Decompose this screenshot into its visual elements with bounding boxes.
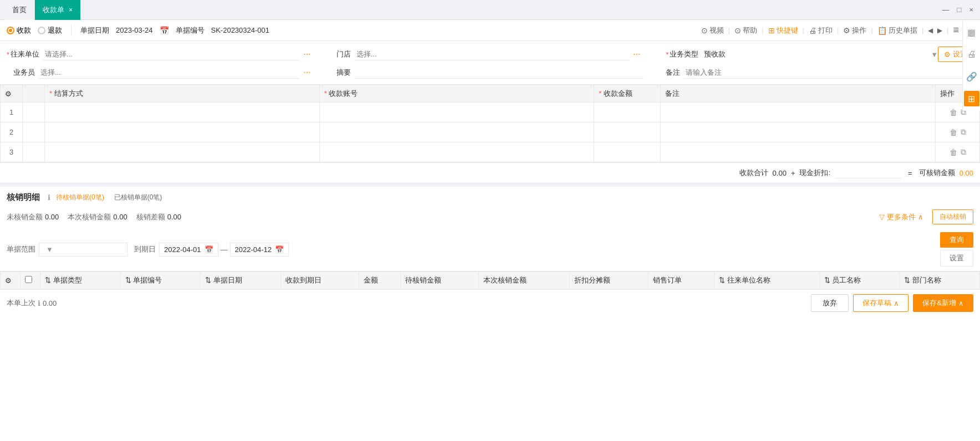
counterparty-input[interactable] — [43, 48, 300, 60]
note-input-3[interactable] — [661, 142, 935, 162]
row-2-settle[interactable] — [45, 122, 320, 142]
lth-settings[interactable]: ⚙ — [1, 272, 21, 289]
note-input-1[interactable] — [661, 102, 935, 122]
tab-receipt[interactable]: 收款单 × — [35, 0, 80, 20]
row-2-account[interactable] — [319, 122, 594, 142]
row-1-amount[interactable] — [594, 102, 661, 122]
list-view-btn[interactable]: ≡ — [953, 24, 959, 36]
plus-sign: + — [791, 169, 795, 177]
verified-tab[interactable]: 已核销单据(0笔) — [114, 193, 162, 202]
amount-input-1[interactable] — [594, 102, 660, 122]
row-1-note[interactable] — [661, 102, 936, 122]
note-input[interactable] — [683, 66, 973, 79]
auto-verify-btn[interactable]: 自动核销 — [932, 209, 973, 224]
biz-type-chevron[interactable]: ▼ — [931, 50, 938, 59]
store-input[interactable] — [354, 48, 630, 60]
date-from-input[interactable]: 2022-04-01 📅 — [159, 243, 218, 257]
maximize-btn[interactable]: □ — [955, 6, 964, 14]
cal-to-icon[interactable]: 📅 — [275, 245, 284, 254]
unverified-value: 0.00 — [45, 213, 59, 221]
minimize-btn[interactable]: — — [940, 6, 952, 14]
date-range: 2022-04-01 📅 — 2022-04-12 📅 — [159, 243, 289, 257]
settle-input-2[interactable] — [45, 122, 319, 142]
lth-discount: 折扣分摊额 — [570, 272, 649, 289]
range-select[interactable]: ▼ — [39, 243, 127, 257]
summary-row: 收款合计 0.00 + 现金折扣: = 可核销金额 0.00 — [0, 163, 980, 183]
print-action[interactable]: 🖨 打印 — [809, 25, 833, 35]
save-draft-btn[interactable]: 保存草稿 ∧ — [853, 294, 908, 312]
row-3-amount[interactable] — [594, 142, 661, 162]
row-2-amount[interactable] — [594, 122, 661, 142]
sidebar-icon-table[interactable]: ▦ — [964, 24, 979, 40]
row-3-settle[interactable] — [45, 142, 320, 162]
delete-row-1-btn[interactable]: 🗑 — [950, 108, 957, 117]
nav-left-btn[interactable]: ◀ — [928, 27, 933, 34]
amount-input-3[interactable] — [594, 142, 660, 162]
store-more-icon[interactable]: ··· — [630, 49, 644, 59]
copy-row-2-btn[interactable]: ⧉ — [961, 127, 966, 137]
counterparty-required: * — [7, 50, 9, 59]
lth-due-date: 收款到期日 — [280, 272, 359, 289]
save-new-btn[interactable]: 保存&新增 ∧ — [913, 294, 973, 312]
query-btn[interactable]: 查询 — [940, 232, 973, 248]
calendar-icon[interactable]: 📅 — [160, 26, 169, 35]
sidebar-icon-print[interactable]: 🖨 — [964, 47, 979, 62]
delete-row-3-btn[interactable]: 🗑 — [950, 148, 957, 157]
filter-setting-btn[interactable]: 设置 — [940, 250, 973, 266]
account-input-3[interactable] — [320, 142, 594, 162]
radio-refund[interactable]: 退款 — [38, 25, 62, 35]
staff-more-icon[interactable]: ··· — [300, 68, 314, 78]
date-to-input[interactable]: 2022-04-12 📅 — [230, 243, 289, 257]
nav-right-btn[interactable]: ▶ — [937, 27, 942, 34]
th-settings[interactable]: ⚙ — [1, 85, 23, 102]
print-icon: 🖨 — [809, 26, 816, 35]
lower-table: ⚙ ⇅ 单据类型 ⇅ 单据编号 ⇅ 单据日期 收款到期日 金额 待核销金额 本次… — [0, 271, 980, 289]
discount-label: 现金折扣: — [799, 168, 830, 178]
cal-from-icon[interactable]: 📅 — [205, 245, 213, 254]
filter-row: 单据范围 ▼ 到期日 2022-04-01 📅 — 2022-04-12 � — [0, 228, 980, 271]
video-label: 视频 — [710, 25, 724, 35]
more-conditions-btn[interactable]: ▽ 更多条件 ∧ — [879, 212, 923, 222]
settle-input-3[interactable] — [45, 142, 319, 162]
row-1-settle[interactable] — [45, 102, 320, 122]
radio-receipt[interactable]: 收款 — [7, 25, 31, 35]
shortcut-icon: ⊞ — [768, 26, 775, 35]
info-icon[interactable]: ℹ — [48, 193, 50, 202]
history-action[interactable]: 📋 历史单据 — [877, 25, 917, 35]
delete-row-2-btn[interactable]: 🗑 — [950, 128, 957, 137]
settle-input-1[interactable] — [45, 102, 319, 122]
lth-checkbox[interactable] — [21, 272, 40, 289]
discount-input[interactable] — [835, 167, 901, 178]
account-input-1[interactable] — [320, 102, 594, 122]
counterparty-more-icon[interactable]: ··· — [300, 49, 314, 59]
row-2-note[interactable] — [661, 122, 936, 142]
row-3-note[interactable] — [661, 142, 936, 162]
bottom-info-icon[interactable]: ℹ — [38, 299, 40, 307]
staff-input[interactable] — [38, 66, 300, 79]
shortcut-action[interactable]: ⊞ 快捷键 — [768, 25, 798, 35]
row-3-account[interactable] — [319, 142, 594, 162]
copy-row-3-btn[interactable]: ⧉ — [961, 147, 966, 157]
account-input-2[interactable] — [320, 122, 594, 142]
ops-action[interactable]: ⚙ 操作 — [843, 25, 866, 35]
pending-tab[interactable]: 待核销单据(0笔) — [56, 193, 104, 202]
summary-input[interactable] — [354, 66, 644, 79]
th-account-no: * 收款账号 — [319, 85, 594, 102]
date-filter: 到期日 2022-04-01 📅 — 2022-04-12 📅 — [134, 243, 289, 257]
video-action[interactable]: ⊙ 视频 — [701, 25, 724, 35]
help-action[interactable]: ⊙ 帮助 — [734, 25, 757, 35]
window-close-btn[interactable]: × — [967, 6, 976, 14]
sidebar-icon-expand[interactable]: ⊞ — [964, 91, 979, 106]
row-1-account[interactable] — [319, 102, 594, 122]
current-value: 0.00 — [43, 299, 57, 307]
tab-home[interactable]: 首页 — [4, 0, 35, 20]
abandon-btn[interactable]: 放弃 — [811, 294, 849, 312]
note-input-2[interactable] — [661, 122, 935, 142]
sidebar-icon-link[interactable]: 🔗 — [964, 69, 979, 84]
amount-input-2[interactable] — [594, 122, 660, 142]
staff-label: 业务员 — [7, 68, 38, 78]
tab-close-icon[interactable]: × — [69, 6, 73, 14]
select-all-checkbox[interactable] — [25, 276, 32, 283]
lth-amount: 金额 — [359, 272, 400, 289]
save-new-chevron: ∧ — [958, 299, 964, 307]
